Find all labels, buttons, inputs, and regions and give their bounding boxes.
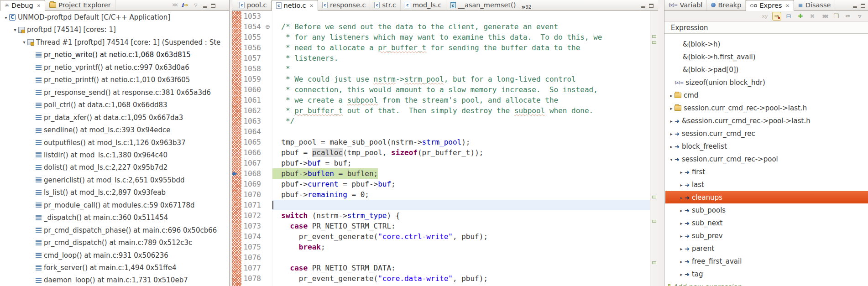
editor-tab-mod-ls-c[interactable]: cmod_ls.c — [401, 0, 446, 10]
expander-collapsed-icon[interactable]: ▸ — [668, 131, 675, 136]
tab-variabl[interactable]: (x)=Variabl — [664, 0, 707, 10]
expression-row[interactable]: ▸session.curr_cmd_rec->pool->last.h — [664, 102, 868, 114]
code-line[interactable]: case PR_NETIO_STRM_DATA: — [272, 263, 650, 273]
line-number-ruler[interactable]: 1053105410551056105710581059106010611062… — [241, 11, 263, 286]
expander-collapsed-icon[interactable]: ▸ — [678, 195, 685, 200]
code-line[interactable]: * we create a subpool from the stream's … — [272, 95, 650, 105]
debug-call-stack-tree[interactable]: ▾CUNMOD-proftpd Default [C/C++ Applicati… — [0, 11, 229, 286]
minimize-view-icon[interactable] — [203, 6, 207, 8]
remove-all-expressions-icon[interactable]: ✖✖ — [820, 12, 829, 21]
expression-row[interactable]: ▾➜session.curr_cmd_rec->pool — [664, 153, 868, 166]
collapse-all-icon[interactable]: ⊟ — [784, 12, 793, 21]
stack-frame-row[interactable]: ls_list() at mod_ls.c:2,897 0x93feab — [0, 186, 229, 199]
expression-row[interactable]: ▸➜&session.curr_cmd_rec->pool->last.h — [664, 114, 868, 127]
stack-frame-row[interactable]: listdir() at mod_ls.c:1,380 0x964c40 — [0, 149, 229, 161]
debug-tree-node[interactable]: ▾Thread #1 [proftpd] 74514 [core: 1] (Su… — [0, 36, 229, 49]
stack-frame-row[interactable]: sendline() at mod_ls.c:393 0x94edce — [0, 124, 229, 136]
stack-frame-row[interactable]: cmd_loop() at main.c:931 0x506236 — [0, 249, 229, 262]
stack-frame-row[interactable]: pr_netio_vprintf() at netio.c:997 0x63d0… — [0, 61, 229, 74]
show-logical-structure-icon[interactable]: ⇒ — [772, 12, 781, 21]
code-line[interactable]: pbuf->current = pbuf->buf; — [272, 179, 650, 189]
tab-project-explorer[interactable]: Project Explorer — [45, 0, 115, 10]
expression-row[interactable]: ▸➜sub_pools — [664, 204, 868, 217]
expression-row[interactable]: ▸➜sub_prev — [664, 229, 868, 242]
tab-disasse[interactable]: ≡Disasse — [794, 0, 836, 10]
expression-row[interactable]: (x)=sizeof(union block_hdr) — [664, 76, 868, 89]
close-icon[interactable]: ✕ — [785, 3, 789, 8]
expander-collapsed-icon[interactable]: ▸ — [668, 144, 675, 149]
editor-tab-str-c[interactable]: cstr.c — [370, 0, 400, 10]
add-new-expression-row[interactable]: Add new expression — [664, 281, 868, 286]
code-line[interactable]: pr_event_generate("core.ctrl-write", pbu… — [272, 231, 650, 242]
expander-collapsed-icon[interactable]: ▸ — [678, 246, 685, 251]
stack-frame-row[interactable]: pr_cmd_dispatch_phase() at main.c:696 0x… — [0, 224, 229, 237]
stack-frame-row[interactable]: poll_ctrl() at data.c:1,068 0x66dd83 — [0, 99, 229, 111]
stack-frame-row[interactable]: dolist() at mod_ls.c:2,227 0x95b7d2 — [0, 161, 229, 174]
stack-frame-row[interactable]: _dispatch() at main.c:360 0x511454 — [0, 211, 229, 224]
expression-row[interactable]: ▸➜cleanups — [664, 191, 868, 204]
stack-frame-row[interactable]: genericlist() at mod_ls.c:2,651 0x955bdd — [0, 174, 229, 187]
pin-view-icon[interactable]: ✑ — [843, 12, 852, 21]
remove-expression-icon[interactable]: ✖ — [808, 12, 817, 21]
right-sash[interactable] — [658, 0, 664, 286]
expression-row[interactable]: ▸➜free_first_avail — [664, 255, 868, 268]
expression-row[interactable]: ▸cmd — [664, 89, 868, 102]
debug-tree-node[interactable]: ▾CUNMOD-proftpd Default [C/C++ Applicati… — [0, 11, 229, 24]
expander-collapsed-icon[interactable]: ▸ — [668, 106, 675, 111]
show-type-names-icon[interactable]: xy — [760, 12, 769, 21]
code-line[interactable]: break; — [272, 242, 650, 252]
view-menu-icon[interactable]: ▽ — [192, 1, 200, 9]
expander-collapsed-icon[interactable]: ▸ — [678, 234, 685, 239]
annotation-ruler[interactable] — [232, 11, 241, 286]
stack-frame-row[interactable]: pr_module_call() at modules.c:59 0x67178… — [0, 199, 229, 212]
code-line[interactable]: * pr_buffer_t out of that. Then simply d… — [272, 105, 650, 116]
expression-row[interactable]: ▸➜first — [664, 166, 868, 178]
maximize-editor-icon[interactable] — [649, 4, 654, 8]
code-line[interactable]: * connection, this would amount to a slo… — [272, 84, 650, 95]
code-line[interactable]: pbuf = pcalloc(tmp_pool, sizeof(pr_buffe… — [272, 147, 650, 158]
editor-tab-response-c[interactable]: cresponse.c — [318, 0, 370, 10]
overview-annotation-marker[interactable] — [652, 220, 656, 223]
stack-frame-row[interactable]: daemon_loop() at main.c:1,731 0x510eb7 — [0, 274, 229, 286]
tab-breakp[interactable]: Breakp — [707, 0, 746, 10]
stack-frame-row[interactable]: pr_netio_printf() at netio.c:1,010 0x63f… — [0, 73, 229, 86]
view-menu-icon[interactable]: ▽ — [855, 12, 864, 21]
expression-column-header[interactable]: Expression — [664, 22, 868, 34]
overview-annotation-marker[interactable] — [652, 261, 656, 264]
expander-collapsed-icon[interactable]: ▸ — [678, 182, 685, 187]
code-line[interactable]: tmp_pool = make_sub_pool(nstrm->strm_poo… — [272, 137, 650, 147]
overview-annotation-marker[interactable] — [652, 41, 656, 44]
code-line[interactable]: switch (nstrm->strm_type) { — [272, 210, 650, 221]
expression-row[interactable]: ▸➜session.curr_cmd_rec — [664, 127, 868, 140]
expander-collapsed-icon[interactable]: ▸ — [668, 119, 675, 124]
code-line[interactable]: pbuf->buflen = buflen; — [272, 168, 650, 179]
expression-row[interactable]: &(blok->pad[0]) — [664, 63, 868, 76]
debug-tree-node[interactable]: ▾proftpd [74514] [cores: 1] — [0, 23, 229, 36]
overview-annotation-marker[interactable] — [652, 35, 656, 38]
expander-expanded-icon[interactable]: ▾ — [3, 15, 9, 20]
code-line[interactable]: * listeners. — [272, 53, 650, 63]
expander-collapsed-icon[interactable]: ▸ — [678, 221, 685, 226]
code-text-area[interactable]: /* Before we send out the data to the cl… — [272, 11, 650, 286]
code-line[interactable] — [272, 200, 650, 210]
stack-frame-row[interactable]: pr_netio_write() at netio.c:1,068 0x63d8… — [0, 48, 229, 61]
code-line[interactable]: pbuf->buf = buf; — [272, 158, 650, 168]
expression-row[interactable]: ▸➜block_freelist — [664, 140, 868, 153]
add-expression-icon[interactable]: ✚ — [796, 12, 805, 21]
close-icon[interactable]: ✕ — [37, 3, 41, 8]
stack-frame-row[interactable]: outputfiles() at mod_ls.c:1,126 0x963b37 — [0, 136, 229, 149]
maximize-view-icon[interactable] — [211, 4, 215, 8]
expressions-tree[interactable]: &(blok->h)&(blok->h.first_avail)&(blok->… — [664, 34, 868, 286]
expander-expanded-icon[interactable]: ▾ — [21, 40, 27, 45]
code-line[interactable]: pbuf->remaining = 0; — [272, 189, 650, 200]
minimize-view-icon[interactable] — [853, 6, 857, 8]
code-line[interactable] — [272, 11, 650, 21]
code-line[interactable] — [272, 126, 650, 137]
expander-collapsed-icon[interactable]: ▸ — [668, 93, 675, 98]
overview-ruler[interactable] — [650, 11, 658, 286]
remove-all-terminated-icon[interactable]: ✕✕ — [170, 1, 178, 9]
minimize-editor-icon[interactable] — [641, 6, 645, 8]
expression-row[interactable]: ▸➜tag — [664, 268, 868, 281]
code-line[interactable]: case PR_NETIO_STRM_CTRL: — [272, 221, 650, 231]
fold-collapse-icon[interactable]: ⊖ — [263, 21, 272, 32]
